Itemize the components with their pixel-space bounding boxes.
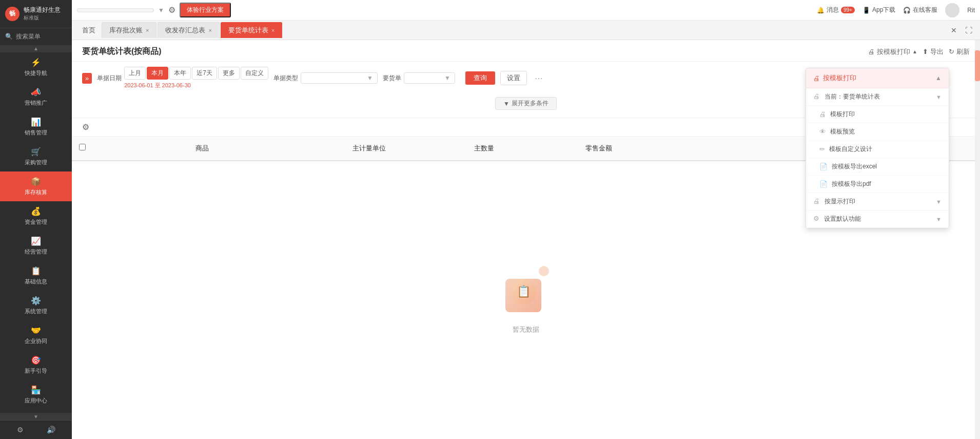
tab-home[interactable]: 首页 (77, 23, 101, 38)
more-btn[interactable]: 更多 (218, 67, 240, 80)
sidebar-item-label: 营销推广 (25, 99, 47, 107)
search-icon: 🔍 (5, 33, 13, 40)
current-year-btn[interactable]: 本年 (169, 67, 191, 80)
date-filter-group: 单据日期 上月 本月 本年 近7天 更多 自定义 2023-06-01 至 20… (97, 67, 268, 89)
tab-collection-label: 收发存汇总表 (165, 26, 205, 35)
search-menu-label: 搜索菜单 (16, 32, 41, 41)
col-unit-header: 主计量单位 (312, 141, 427, 156)
header-search-chevron[interactable]: ▼ (158, 7, 164, 14)
dropdown-collapse-icon[interactable]: ▲ (935, 74, 942, 82)
quick-nav-icon: ⚡ (31, 58, 41, 67)
sidebar-item-wechat[interactable]: 💬 企业微信 (0, 410, 72, 413)
template-preview-item[interactable]: 👁 模板预览 (806, 123, 949, 141)
app-download-label: App下载 (872, 6, 895, 14)
tab-inventory-batch[interactable]: 库存批次账 × (102, 22, 156, 38)
tab-maximize-btn[interactable]: ⛶ (963, 24, 975, 36)
app-version: 标准版 (24, 14, 61, 22)
headphone-icon: 🎧 (903, 7, 911, 14)
tab-collection-summary[interactable]: 收发存汇总表 × (158, 22, 219, 38)
doc-type-select[interactable]: ▼ (301, 72, 378, 84)
page-header: 要货单统计表(按商品) 🖨 按模板打印 ▲ ⬆ 导出 ↻ 刷新 (72, 40, 980, 62)
template-print-item[interactable]: 🖨 模板打印 (806, 106, 949, 123)
sidebar-footer: ⚙ 🔊 (0, 420, 72, 439)
goods-select[interactable]: ▼ (404, 72, 455, 84)
user-avatar[interactable] (945, 3, 959, 17)
col-checkbox (72, 141, 92, 156)
footer-audio-icon[interactable]: 🔊 (47, 426, 55, 434)
template-print-label: 模板打印 (830, 110, 855, 119)
export-icon: ⬆ (923, 48, 928, 55)
display-print-section[interactable]: 🖨 按显示打印 ▼ (806, 193, 949, 211)
scrollbar-thumb[interactable] (975, 50, 980, 81)
export-btn[interactable]: ⬆ 导出 (923, 47, 944, 56)
print-template-btn[interactable]: 🖨 按模板打印 ▲ (868, 47, 917, 56)
current-template-label: 当前：要货单统计表 (825, 93, 880, 100)
right-scrollbar[interactable] (975, 40, 980, 439)
refresh-btn[interactable]: ↻ 刷新 (949, 47, 970, 56)
print-template-dropdown: 🖨 按模板打印 ▲ 🖨 当前：要货单统计表 ▼ 🖨 模板打印 👁 模板预览 ✏ … (806, 68, 949, 228)
sidebar-scroll-down[interactable]: ▼ (0, 413, 72, 420)
date-buttons: 上月 本月 本年 近7天 更多 自定义 (124, 67, 268, 80)
header-actions: 🔔 消息 99+ 📱 App下载 🎧 在线客服 Rit (817, 3, 975, 17)
header-settings-icon[interactable]: ⚙ (168, 5, 175, 15)
purchase-icon: 🛒 (31, 147, 41, 157)
dropdown-title-text: 按模板打印 (823, 73, 856, 83)
tab-close-all-btn[interactable]: ✕ (948, 24, 960, 36)
sidebar-item-finance[interactable]: 💰 资金管理 (0, 201, 72, 231)
sidebar-item-inventory[interactable]: 📦 库存核算 (0, 171, 72, 201)
filter-expand-btn[interactable]: » (82, 73, 92, 84)
trial-button[interactable]: 体验行业方案 (180, 3, 231, 17)
sidebar-item-basic[interactable]: 📋 基础信息 (0, 261, 72, 291)
sidebar-item-enterprise[interactable]: 🤝 企业协同 (0, 320, 72, 350)
home-label: 首页 (82, 26, 95, 34)
download-icon: 📱 (863, 7, 870, 14)
sidebar-item-sales[interactable]: 📊 销售管理 (0, 112, 72, 142)
logo-icon: 畅 (5, 7, 19, 21)
user-name: Rit (967, 7, 975, 14)
last-7-days-btn[interactable]: 近7天 (192, 67, 217, 80)
select-all-checkbox[interactable] (79, 144, 86, 150)
current-month-btn[interactable]: 本月 (147, 67, 168, 80)
export-excel-item[interactable]: 📄 按模板导出excel (806, 158, 949, 176)
online-service-btn[interactable]: 🎧 在线客服 (903, 6, 937, 14)
more-options-icon[interactable]: ⋯ (535, 73, 543, 83)
finance-icon: 💰 (31, 206, 41, 216)
template-print-icon: 🖨 (819, 110, 826, 118)
sidebar-scroll-up[interactable]: ▲ (0, 45, 72, 52)
footer-settings-icon[interactable]: ⚙ (17, 426, 24, 434)
sidebar-item-appstore[interactable]: 🏪 应用中心 (0, 380, 72, 410)
tab-order-stats[interactable]: 要货单统计表 × (221, 22, 282, 38)
app-download-btn[interactable]: 📱 App下载 (863, 6, 895, 14)
search-menu-item[interactable]: 🔍 搜索菜单 (0, 28, 72, 45)
export-pdf-item[interactable]: 📄 按模板导出pdf (806, 176, 949, 193)
sidebar-item-guide[interactable]: 🎯 新手引导 (0, 350, 72, 380)
sidebar-item-quick-nav[interactable]: ⚡ 快捷导航 (0, 52, 72, 82)
sidebar-item-purchase[interactable]: 🛒 采购管理 (0, 142, 72, 171)
header-search-box[interactable] (77, 8, 154, 12)
sidebar-item-label: 应用中心 (25, 397, 47, 405)
tab-inventory-batch-close[interactable]: × (146, 27, 149, 33)
refresh-icon: ↻ (949, 48, 954, 55)
current-template-left: 🖨 当前：要货单统计表 (813, 92, 880, 101)
export-pdf-icon: 📄 (819, 180, 828, 188)
expand-more-btn[interactable]: ▼ 展开更多条件 (495, 97, 557, 110)
custom-btn[interactable]: 自定义 (241, 67, 268, 80)
query-button[interactable]: 查询 (465, 71, 495, 85)
sidebar-item-marketing[interactable]: 📣 营销推广 (0, 82, 72, 112)
table-column-settings-icon[interactable]: ⚙ (82, 122, 89, 132)
notifications-btn[interactable]: 🔔 消息 99+ (817, 6, 855, 14)
guide-icon: 🎯 (31, 355, 41, 365)
sidebar-item-label: 库存核算 (25, 188, 47, 196)
set-default-section[interactable]: ⚙ 设置默认功能 ▼ (806, 211, 949, 228)
tab-order-stats-close[interactable]: × (271, 27, 275, 33)
template-custom-label: 模板自定义设计 (829, 145, 872, 154)
dropdown-current-template[interactable]: 🖨 当前：要货单统计表 ▼ (806, 88, 949, 106)
template-custom-item[interactable]: ✏ 模板自定义设计 (806, 141, 949, 158)
bell-icon: 🔔 (817, 7, 825, 14)
tab-collection-close[interactable]: × (208, 27, 211, 33)
last-month-btn[interactable]: 上月 (124, 67, 146, 80)
sidebar-item-system[interactable]: ⚙️ 系统管理 (0, 291, 72, 320)
sidebar-item-operations[interactable]: 📈 经营管理 (0, 231, 72, 261)
print-chevron-icon: ▲ (912, 49, 917, 54)
settings-button[interactable]: 设置 (500, 71, 527, 85)
